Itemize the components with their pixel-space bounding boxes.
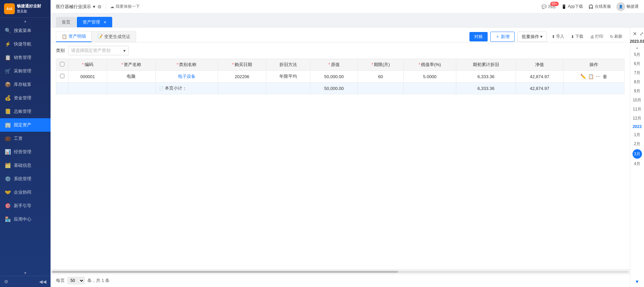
experience-btn[interactable]: ☁ 我要体验一下 bbox=[110, 4, 140, 9]
month-3-active[interactable]: 3月 bbox=[633, 149, 642, 159]
sidebar-quick-nav[interactable]: ⚡ 快捷导航 bbox=[0, 37, 51, 51]
month-scroll-down[interactable]: ▼ bbox=[630, 278, 644, 285]
refresh-button[interactable]: ↻ 刷新 bbox=[608, 32, 624, 41]
sidebar-item-fixed-assets[interactable]: 🏢 固定资产 bbox=[0, 118, 51, 132]
subtotal-label: 📄 本页小计： bbox=[155, 83, 218, 94]
right-panel-close-icon[interactable]: ✕ bbox=[632, 30, 638, 38]
sidebar-item-system[interactable]: ⚙️ 系统管理 bbox=[0, 172, 51, 186]
subtotal-empty-2 bbox=[68, 83, 107, 94]
th-category-name: *类别名称 bbox=[155, 59, 218, 71]
th-actions: 操作 bbox=[563, 59, 624, 71]
tab-change-voucher[interactable]: 📝 变更生成凭证 bbox=[92, 31, 136, 42]
horizontal-scrollbar[interactable] bbox=[51, 269, 630, 274]
subtotal-empty-4 bbox=[218, 83, 266, 94]
cell-asset-name: 电脑 bbox=[107, 71, 155, 83]
pagination-row: 每页 50 10 20 100 条，共 1 条 bbox=[51, 274, 630, 287]
sidebar-search[interactable]: 🔍 搜索菜单 bbox=[0, 24, 51, 37]
sidebar-scroll-down[interactable]: ▼ bbox=[0, 270, 51, 276]
company-selector[interactable]: 医疗器械行业演示 ▾ ⚙ bbox=[56, 4, 102, 10]
import-button[interactable]: ⬆ 导入 bbox=[550, 32, 566, 41]
purchase-icon: 🛒 bbox=[5, 68, 11, 74]
subtotal-empty-3 bbox=[107, 83, 155, 94]
month-list-prev: 5月 6月 7月 8月 9月 10月 11月 12月 bbox=[630, 50, 644, 123]
subtotal-original-value: 50,000.00 bbox=[310, 83, 358, 94]
table-header-row: *编码 *资产名称 *类别名称 *购买日期 折旧方法 *原值 *期限(月) *残… bbox=[56, 59, 624, 71]
month-6[interactable]: 6月 bbox=[630, 59, 644, 68]
sidebar-item-purchase[interactable]: 🛒 采购管理 bbox=[0, 64, 51, 78]
sidebar-item-business[interactable]: 📊 经营管理 bbox=[0, 145, 51, 159]
sidebar-item-payroll[interactable]: 💼 工资 bbox=[0, 132, 51, 145]
collapse-icon[interactable]: ◀◀ bbox=[39, 279, 47, 284]
sidebar-item-sales[interactable]: 📋 销售管理 bbox=[0, 51, 51, 64]
tab-asset-detail[interactable]: 📋 资产明细 bbox=[56, 31, 92, 42]
service-icon: 🎧 bbox=[588, 4, 593, 9]
month-8[interactable]: 8月 bbox=[630, 77, 644, 87]
cell-period-months: 60 bbox=[358, 71, 404, 83]
category-select[interactable]: 请选择固定资产类别 ▾ bbox=[68, 46, 129, 55]
hscroll-thumb bbox=[52, 271, 398, 273]
sidebar-scroll-up[interactable]: ▲ bbox=[0, 18, 51, 24]
sidebar-item-basic[interactable]: 🗂️ 基础信息 bbox=[0, 159, 51, 172]
message-btn[interactable]: 💬 消息 99+ bbox=[542, 4, 556, 9]
table-row: 000001 电脑 电子设备 202206 年限平均 50,000.00 60 … bbox=[56, 71, 624, 83]
add-button[interactable]: ＋ 新增 bbox=[490, 32, 515, 42]
add-icon: ＋ bbox=[495, 34, 500, 40]
month-scroll-up[interactable]: ▲ bbox=[630, 45, 644, 50]
right-panel-expand-icon[interactable]: ⤢ bbox=[638, 30, 644, 38]
per-page-select[interactable]: 50 10 20 100 bbox=[67, 277, 85, 284]
row-checkbox bbox=[56, 71, 68, 83]
download-button[interactable]: ⬇ 下载 bbox=[569, 32, 585, 41]
online-service-btn[interactable]: 🎧 在线客服 bbox=[588, 4, 611, 9]
app-download-btn[interactable]: 📱 App下载 bbox=[561, 4, 583, 9]
month-7[interactable]: 7月 bbox=[630, 68, 644, 77]
delete-icon[interactable]: 🗑 bbox=[603, 74, 607, 79]
settings-icon[interactable]: ⚙ bbox=[4, 279, 8, 284]
cell-purchase-date: 202206 bbox=[218, 71, 266, 83]
batch-button[interactable]: 批量操作 ▾ bbox=[517, 32, 547, 42]
sidebar-item-inventory[interactable]: 📦 库存核算 bbox=[0, 78, 51, 91]
sidebar-item-guide[interactable]: 🎯 新手引导 bbox=[0, 199, 51, 213]
total-label: 条，共 1 条 bbox=[87, 278, 110, 284]
month-12[interactable]: 12月 bbox=[630, 114, 644, 123]
print-icon: 🖨 bbox=[590, 34, 594, 39]
sidebar-item-enterprise[interactable]: 🤝 企业协同 bbox=[0, 186, 51, 199]
select-all-checkbox[interactable] bbox=[60, 62, 64, 66]
month-10[interactable]: 10月 bbox=[630, 96, 644, 105]
cell-initial-accum-deprec: 6,333.36 bbox=[456, 71, 516, 83]
refresh-icon: ↻ bbox=[610, 34, 613, 39]
print-button[interactable]: 🖨 打印 bbox=[588, 32, 605, 41]
print-label: 打印 bbox=[595, 34, 603, 39]
match-button[interactable]: 对账 bbox=[469, 32, 488, 41]
th-code: *编码 bbox=[68, 59, 107, 71]
copy-icon[interactable]: 📋 bbox=[588, 74, 594, 79]
month-2[interactable]: 2月 bbox=[630, 139, 644, 149]
user-menu[interactable]: 👤 畅捷通 bbox=[616, 2, 639, 11]
month-11[interactable]: 11月 bbox=[630, 105, 644, 114]
tab-close-icon[interactable]: ✕ bbox=[103, 20, 106, 24]
hscroll-track bbox=[52, 271, 628, 273]
online-service-label: 在线客服 bbox=[595, 4, 611, 9]
month-4[interactable]: 4月 bbox=[630, 159, 644, 168]
sidebar-item-ledger[interactable]: 📒 总账管理 bbox=[0, 105, 51, 118]
row-select-checkbox[interactable] bbox=[60, 74, 64, 78]
category-dropdown-icon: ▾ bbox=[123, 48, 126, 53]
month-5[interactable]: 5月 bbox=[630, 50, 644, 59]
cell-code: 000001 bbox=[68, 71, 107, 83]
month-9[interactable]: 9月 bbox=[630, 87, 644, 96]
sidebar-item-funds[interactable]: 💰 资金管理 bbox=[0, 91, 51, 105]
sidebar-item-app-center[interactable]: 🏪 应用中心 bbox=[0, 213, 51, 226]
import-icon: ⬆ bbox=[552, 34, 555, 39]
company-settings-icon[interactable]: ⚙ bbox=[97, 4, 102, 9]
add-label: 新增 bbox=[501, 34, 510, 40]
tab-home-label: 首页 bbox=[62, 20, 70, 25]
edit-icon[interactable]: ✏️ bbox=[580, 74, 586, 79]
month-1[interactable]: 1月 bbox=[630, 130, 644, 139]
experience-label: 我要体验一下 bbox=[116, 4, 140, 9]
th-residual-rate: *残值率(%) bbox=[403, 59, 456, 71]
more-icon[interactable]: ⋯ bbox=[596, 74, 601, 79]
sidebar-item-ledger-label: 总账管理 bbox=[14, 108, 31, 115]
tab-home[interactable]: 首页 bbox=[56, 17, 76, 27]
th-purchase-date: *购买日期 bbox=[218, 59, 266, 71]
tab-asset-mgmt[interactable]: 资产管理 ✕ bbox=[77, 17, 112, 27]
change-voucher-icon: 📝 bbox=[97, 34, 103, 39]
